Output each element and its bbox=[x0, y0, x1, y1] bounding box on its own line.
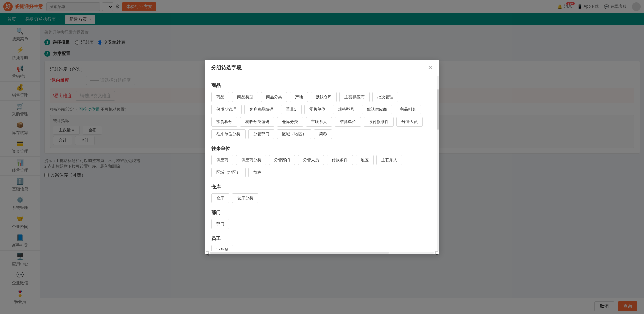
field-payment-biz[interactable]: 付款条件 bbox=[327, 155, 353, 165]
staff-fields: 业务员 bbox=[211, 245, 430, 251]
section-staff: 员工 业务员 bbox=[211, 236, 430, 251]
modal-body-wrapper: 商品 商品 商品类型 商品分类 产地 默认仓库 主要供应商 批次管理 保质期管理… bbox=[205, 76, 439, 251]
field-weight3[interactable]: 重量3 bbox=[281, 105, 302, 114]
hscroll-left[interactable]: ◂ bbox=[206, 251, 209, 254]
field-product-category[interactable]: 商品分类 bbox=[261, 92, 287, 102]
modal-hscroll: ◂ ▸ bbox=[205, 251, 439, 254]
modal-overlay: 分组待选字段 ✕ 商品 商品 商品类型 商品分类 产地 默认仓库 主要供应商 批… bbox=[0, 0, 644, 314]
field-dept[interactable]: 部门 bbox=[211, 219, 229, 229]
hscroll-thumb bbox=[210, 252, 389, 254]
field-warehouse-category[interactable]: 仓库分类 bbox=[232, 193, 258, 203]
section-product-title: 商品 bbox=[211, 83, 430, 89]
hscroll-right[interactable]: ▸ bbox=[435, 251, 438, 254]
field-payment-terms[interactable]: 收付款条件 bbox=[364, 117, 394, 127]
section-warehouse-title: 仓库 bbox=[211, 184, 430, 190]
field-spec-model[interactable]: 规格型号 bbox=[333, 105, 359, 114]
field-biz-unit-cat[interactable]: 往来单位分类 bbox=[211, 129, 246, 139]
hscroll-track bbox=[210, 252, 434, 254]
modal-body: 商品 商品 商品类型 商品分类 产地 默认仓库 主要供应商 批次管理 保质期管理… bbox=[205, 76, 437, 251]
field-staff-biz[interactable]: 分管人员 bbox=[298, 155, 324, 165]
field-batch-mgmt[interactable]: 批次管理 bbox=[372, 92, 398, 102]
field-dept-mgmt[interactable]: 分管部门 bbox=[248, 129, 274, 139]
field-settle-unit[interactable]: 结算单位 bbox=[335, 117, 361, 127]
field-tax-code[interactable]: 税收分类编码 bbox=[240, 117, 274, 127]
field-area-biz[interactable]: 区域（地区） bbox=[211, 168, 246, 177]
field-product[interactable]: 商品 bbox=[211, 92, 229, 102]
modal-scrollbar-track[interactable] bbox=[437, 76, 439, 251]
modal-close-button[interactable]: ✕ bbox=[428, 64, 433, 71]
field-origin[interactable]: 产地 bbox=[290, 92, 308, 102]
biz-unit-fields: 供应商 供应商分类 分管部门 分管人员 付款条件 地区 主联系人 区域（地区） … bbox=[211, 155, 430, 177]
section-product: 商品 商品 商品类型 商品分类 产地 默认仓库 主要供应商 批次管理 保质期管理… bbox=[211, 83, 430, 139]
section-dept: 部门 部门 bbox=[211, 210, 430, 229]
section-biz-unit: 往来单位 供应商 供应商分类 分管部门 分管人员 付款条件 地区 主联系人 区域… bbox=[211, 146, 430, 177]
field-dept-biz[interactable]: 分管部门 bbox=[269, 155, 295, 165]
section-biz-unit-title: 往来单位 bbox=[211, 146, 430, 152]
field-pick-points[interactable]: 拣货积分 bbox=[211, 117, 237, 127]
section-warehouse: 仓库 仓库 仓库分类 bbox=[211, 184, 430, 203]
section-dept-title: 部门 bbox=[211, 210, 430, 216]
field-product-type[interactable]: 商品类型 bbox=[232, 92, 258, 102]
dept-fields: 部门 bbox=[211, 219, 430, 229]
field-product-alias[interactable]: 商品别名 bbox=[395, 105, 421, 114]
field-expiry-mgmt[interactable]: 保质期管理 bbox=[211, 105, 241, 114]
field-customer-code[interactable]: 客户商品编码 bbox=[244, 105, 278, 114]
modal-header: 分组待选字段 ✕ bbox=[205, 60, 439, 76]
field-region-biz[interactable]: 地区 bbox=[356, 155, 374, 165]
modal-title: 分组待选字段 bbox=[211, 65, 241, 71]
field-retail-unit[interactable]: 零售单位 bbox=[304, 105, 330, 114]
field-supplier[interactable]: 供应商 bbox=[211, 155, 233, 165]
section-staff-title: 员工 bbox=[211, 236, 430, 242]
field-short-name-product[interactable]: 简称 bbox=[314, 129, 332, 139]
field-default-supplier[interactable]: 默认供应商 bbox=[362, 105, 392, 114]
field-main-supplier[interactable]: 主要供应商 bbox=[339, 92, 370, 102]
product-fields: 商品 商品类型 商品分类 产地 默认仓库 主要供应商 批次管理 保质期管理 客户… bbox=[211, 92, 430, 139]
field-short-name-biz[interactable]: 简称 bbox=[248, 168, 266, 177]
field-region-product[interactable]: 区域（地区） bbox=[277, 129, 311, 139]
field-warehouse-cat[interactable]: 仓库分类 bbox=[277, 117, 303, 127]
field-manager[interactable]: 分管人员 bbox=[396, 117, 423, 127]
warehouse-fields: 仓库 仓库分类 bbox=[211, 193, 430, 203]
field-default-warehouse[interactable]: 默认仓库 bbox=[311, 92, 337, 102]
modal-scrollbar-thumb[interactable] bbox=[437, 89, 439, 130]
field-contact-biz[interactable]: 主联系人 bbox=[376, 155, 402, 165]
field-warehouse[interactable]: 仓库 bbox=[211, 193, 229, 203]
field-salesperson[interactable]: 业务员 bbox=[211, 245, 233, 251]
field-supplier-cat[interactable]: 供应商分类 bbox=[236, 155, 266, 165]
field-main-contact[interactable]: 主联系人 bbox=[306, 117, 332, 127]
modal: 分组待选字段 ✕ 商品 商品 商品类型 商品分类 产地 默认仓库 主要供应商 批… bbox=[205, 60, 439, 254]
